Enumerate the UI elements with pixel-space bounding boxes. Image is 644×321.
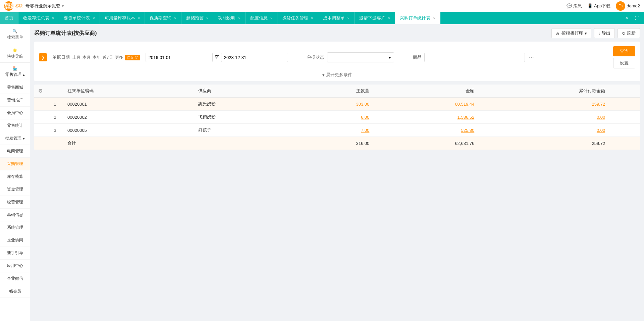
- row2-settings: [34, 111, 47, 124]
- workspace-label: 母婴行业演示账套: [25, 3, 60, 9]
- footer-amount: 62,631.76: [373, 137, 478, 150]
- tab-invite[interactable]: 邀请下游客户 ×: [355, 12, 395, 24]
- row1-amount[interactable]: 60,519.44: [373, 98, 478, 111]
- tab-purchase-summary-close[interactable]: ×: [433, 16, 435, 20]
- tab-order-summary-close[interactable]: ×: [93, 16, 95, 20]
- row3-paid[interactable]: 0.00: [478, 124, 609, 137]
- expand-more-label: 展开更多条件: [326, 72, 352, 78]
- date-from-input[interactable]: [146, 53, 213, 62]
- tab-collect-pay-label: 收发存汇总表: [23, 15, 49, 21]
- col-gear-icon[interactable]: ⚙: [38, 88, 43, 94]
- row3-qty[interactable]: 7.00: [292, 124, 374, 137]
- goods-ellipsis[interactable]: ···: [528, 54, 535, 61]
- row2-extra: [609, 111, 640, 124]
- date-to-input[interactable]: [221, 53, 288, 62]
- tab-function-close[interactable]: ×: [238, 16, 240, 20]
- row2-qty[interactable]: 6.00: [292, 111, 374, 124]
- col-settings[interactable]: ⚙: [34, 85, 47, 98]
- operations-label: 经营管理: [7, 199, 23, 205]
- page-header: 采购订单统计表(按供应商) 🖨 按模板打印 ▾ ↓ 导出 ↻ 刷新: [34, 28, 640, 38]
- tab-pick-task-close[interactable]: ×: [311, 16, 313, 20]
- search-menu-button[interactable]: 🔍 搜索菜单: [2, 27, 28, 42]
- tab-available-stock[interactable]: 可用量库存账本 ×: [100, 12, 145, 24]
- status-select[interactable]: ▾: [327, 52, 394, 62]
- sidebar-item-finance[interactable]: 资金管理: [0, 183, 30, 196]
- sidebar-item-member[interactable]: 会员中心: [0, 107, 30, 119]
- sidebar-item-vip[interactable]: 畅会员: [0, 285, 30, 298]
- row3-amount[interactable]: 525.80: [373, 124, 478, 137]
- tab-available-stock-close[interactable]: ×: [138, 16, 140, 20]
- sidebar-item-operations[interactable]: 经营管理: [0, 196, 30, 209]
- user-profile[interactable]: Ea demo2: [616, 1, 640, 11]
- tab-warranty-query[interactable]: 保质期查询 ×: [145, 12, 181, 24]
- export-button[interactable]: ↓ 导出: [594, 28, 615, 38]
- tab-invite-close[interactable]: ×: [388, 16, 390, 20]
- shortcut-this-month[interactable]: 本月: [83, 55, 91, 60]
- tab-overstock[interactable]: 超储预警 ×: [181, 12, 213, 24]
- tab-config-close[interactable]: ×: [270, 16, 272, 20]
- sidebar-item-enterprise[interactable]: 企业协同: [0, 234, 30, 247]
- custom-badge[interactable]: 自定义: [125, 55, 140, 60]
- sidebar-item-new-guide[interactable]: 新手引导: [0, 247, 30, 260]
- sidebar-item-retail[interactable]: 🏪 零售管理 ▴: [0, 63, 30, 81]
- sidebar-item-purchase[interactable]: 采购管理: [0, 158, 30, 170]
- filter-card: ❯ 单据日期 上月 本月 本年 近7天 更多 自定义: [34, 42, 640, 81]
- tab-cost-adjust[interactable]: 成本调整单 ×: [318, 12, 355, 24]
- sidebar-item-inventory[interactable]: 库存核算: [0, 170, 30, 183]
- shortcut-nav-button[interactable]: ⭐ 快捷导航: [0, 45, 30, 62]
- sidebar-item-app-center[interactable]: 应用中心: [0, 260, 30, 272]
- sidebar-item-enterprise-wx[interactable]: 企业微信: [0, 272, 30, 285]
- shortcut-this-year[interactable]: 本年: [93, 55, 101, 60]
- tab-cost-adjust-close[interactable]: ×: [347, 16, 350, 20]
- tab-function[interactable]: 功能说明 ×: [213, 12, 245, 24]
- row3-extra: [609, 124, 640, 137]
- tab-home[interactable]: 首页: [0, 12, 18, 24]
- search-icon: 🔍: [12, 29, 17, 34]
- row1-code: 00020001: [63, 98, 194, 111]
- row3-settings: [34, 124, 47, 137]
- wholesale-expand-icon: ▾: [23, 136, 25, 141]
- row2-paid[interactable]: 0.00: [478, 111, 609, 124]
- sidebar-item-basic-info[interactable]: 基础信息: [0, 209, 30, 221]
- tab-purchase-summary[interactable]: 采购订单统计表 ×: [395, 12, 440, 24]
- workspace-selector[interactable]: 母婴行业演示账套 ▾: [25, 3, 64, 9]
- sidebar-item-retail-stats[interactable]: 零售统计: [0, 119, 30, 132]
- tab-warranty-query-close[interactable]: ×: [174, 16, 176, 20]
- sidebar-item-ecommerce[interactable]: 电商管理: [0, 145, 30, 158]
- expand-more-row: ▾ 展开更多条件: [39, 72, 635, 78]
- col-code: 往来单位编码: [63, 85, 194, 98]
- row1-paid[interactable]: 259.72: [478, 98, 609, 111]
- settings-button[interactable]: 设置: [613, 58, 635, 68]
- app-download-button[interactable]: 📱 App下载: [587, 3, 610, 9]
- row2-amount[interactable]: 1,586.52: [373, 111, 478, 124]
- tab-config[interactable]: 配置信息 ×: [246, 12, 277, 24]
- nav-maximize[interactable]: ⛶: [633, 15, 641, 21]
- tab-order-summary[interactable]: 要货单统计表 ×: [59, 12, 100, 24]
- row2-code: 00020002: [63, 111, 194, 124]
- tab-pick-task[interactable]: 拣货任务管理 ×: [277, 12, 318, 24]
- expand-more-button[interactable]: ▾ 展开更多条件: [322, 72, 352, 78]
- row1-qty[interactable]: 303.00: [292, 98, 374, 111]
- sidebar-item-retail-mall[interactable]: 零售商城: [0, 81, 30, 94]
- sidebar-item-sys-mgmt[interactable]: 系统管理: [0, 221, 30, 234]
- tab-collect-pay-close[interactable]: ×: [52, 16, 54, 20]
- print-button[interactable]: 🖨 按模板打印 ▾: [551, 28, 591, 38]
- query-button[interactable]: 查询: [613, 46, 635, 56]
- tab-collect-pay[interactable]: 收发存汇总表 ×: [18, 12, 59, 24]
- shortcut-more[interactable]: 更多: [115, 55, 123, 60]
- nav-close-all[interactable]: ×: [623, 14, 630, 22]
- tab-home-label: 首页: [5, 15, 13, 21]
- refresh-button[interactable]: ↻ 刷新: [618, 28, 640, 38]
- filter-toggle-arrow[interactable]: ❯: [39, 53, 47, 61]
- tab-overstock-close[interactable]: ×: [206, 16, 208, 20]
- message-button[interactable]: 💬 消息: [567, 3, 582, 9]
- sidebar-item-wholesale[interactable]: 批发管理 ▾: [0, 132, 30, 145]
- sidebar-item-marketing[interactable]: 营销推广: [0, 94, 30, 107]
- shortcut-7days[interactable]: 近7天: [103, 55, 113, 60]
- goods-input[interactable]: [424, 53, 525, 62]
- row3-code: 00020005: [63, 124, 194, 137]
- footer-qty: 316.00: [292, 137, 374, 150]
- expand-more-icon: ▾: [322, 72, 325, 77]
- tab-overstock-label: 超储预警: [186, 15, 204, 21]
- shortcut-last-month[interactable]: 上月: [72, 55, 80, 60]
